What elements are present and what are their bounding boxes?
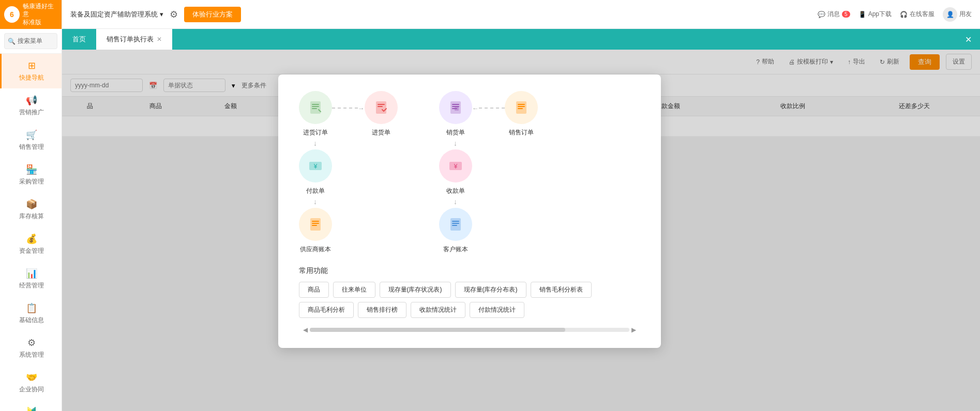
experience-btn[interactable]: 体验行业方案	[184, 7, 241, 22]
purchase-bill-icon	[365, 91, 398, 124]
sidebar-item-label: 企业协同	[19, 385, 44, 394]
function-btn-0[interactable]: 商品	[299, 282, 329, 298]
customer-ledger-label: 客户账本	[443, 245, 468, 254]
customer-ledger-node[interactable]: 客户账本	[439, 208, 472, 254]
quick-guide-panel: 进货订单 ↓ ¥	[278, 74, 661, 348]
receipt-node[interactable]: ¥ 收款单	[439, 149, 472, 195]
scroll-left-icon[interactable]: ◀	[303, 326, 308, 333]
inventory-icon: 📦	[26, 199, 37, 210]
sidebar-item-label: 基础信息	[19, 316, 44, 325]
scroll-indicator: ◀ ▶	[299, 324, 640, 336]
sidebar-item-operations[interactable]: 📊 经营管理	[0, 262, 62, 296]
sidebar-search[interactable]: 🔍 搜索菜单	[0, 29, 62, 54]
customer-ledger-icon	[439, 208, 472, 241]
online-service-btn[interactable]: 🎧 在线客服	[900, 10, 934, 19]
sidebar-item-label: 资金管理	[19, 247, 44, 255]
sidebar-item-label: 经营管理	[19, 281, 44, 290]
sidebar-item-label: 快捷导航	[19, 73, 44, 82]
main-area: 装备及固定资产辅助管理系统 ▾ ⚙ 体验行业方案 💬 消息 5 📱 App下载 …	[62, 0, 980, 411]
sales-bill-label: 销货单	[446, 128, 465, 137]
function-btn-6[interactable]: 销售排行榜	[358, 302, 406, 318]
purchase-bill-node[interactable]: 进货单	[365, 91, 398, 137]
sidebar-logo: 6 畅康通好生意 标准版	[0, 0, 62, 29]
function-btn-2[interactable]: 现存量(库存状况表)	[380, 282, 451, 298]
basic-info-icon: 📋	[26, 302, 37, 314]
tab-home[interactable]: 首页	[62, 29, 96, 50]
sidebar-item-basic-info[interactable]: 📋 基础信息	[0, 296, 62, 331]
marketing-icon: 📢	[26, 95, 37, 106]
function-btn-4[interactable]: 销售毛利分析表	[531, 282, 592, 298]
app-wrapper: 6 畅康通好生意 标准版 🔍 搜索菜单 ⊞ 快捷导航 📢 营销推广 🛒 销售管理…	[0, 0, 980, 411]
service-icon: 🎧	[900, 11, 908, 18]
supplier-ledger-node[interactable]: 供应商账本	[299, 208, 332, 254]
quick-nav-icon: ⊞	[28, 60, 36, 71]
svg-rect-0	[310, 101, 321, 114]
sales-bill-node[interactable]: 销货单	[439, 91, 472, 137]
sales-icon: 🛒	[26, 129, 37, 141]
payment-icon: ¥	[299, 149, 332, 182]
sidebar-item-sales[interactable]: 🛒 销售管理	[0, 123, 62, 158]
chevron-down-icon: ▾	[160, 10, 163, 18]
function-buttons: 商品往来单位现存量(库存状况表)现存量(库存分布表)销售毛利分析表商品毛利分析销…	[299, 282, 640, 318]
operations-icon: 📊	[26, 268, 37, 279]
sidebar-item-label: 营销推广	[19, 108, 44, 117]
payment-node[interactable]: ¥ 付款单	[299, 149, 332, 195]
sidebar-item-new-guide[interactable]: 🔰 新手引导	[0, 400, 62, 411]
quick-guide-overlay[interactable]: 进货订单 ↓ ¥	[62, 50, 980, 411]
supplier-ledger-label: 供应商账本	[300, 245, 331, 254]
tabbar: 首页 销售订单执行表 ✕ ✕	[62, 29, 980, 50]
sidebar-item-label: 系统管理	[19, 351, 44, 359]
sidebar-item-quick-nav[interactable]: ⊞ 快捷导航	[0, 54, 62, 88]
topbar: 装备及固定资产辅助管理系统 ▾ ⚙ 体验行业方案 💬 消息 5 📱 App下载 …	[62, 0, 980, 29]
tab-close-icon[interactable]: ✕	[157, 36, 162, 43]
scroll-right-icon[interactable]: ▶	[631, 326, 636, 333]
tab-sales-order-exec[interactable]: 销售订单执行表 ✕	[96, 29, 172, 50]
sidebar-item-purchase[interactable]: 🏪 采购管理	[0, 158, 62, 192]
function-btn-8[interactable]: 付款情况统计	[470, 302, 524, 318]
sales-order-node[interactable]: 销售订单	[505, 91, 538, 137]
purchase-order-node[interactable]: 进货订单	[299, 91, 332, 137]
new-guide-icon: 🔰	[26, 406, 37, 411]
function-btn-1[interactable]: 往来单位	[333, 282, 375, 298]
sidebar-item-label: 销售管理	[19, 143, 44, 151]
function-btn-7[interactable]: 收款情况统计	[411, 302, 465, 318]
search-menu-button[interactable]: 🔍 搜索菜单	[4, 33, 57, 49]
function-btn-3[interactable]: 现存量(库存分布表)	[455, 282, 526, 298]
sales-order-label: 销售订单	[509, 128, 534, 137]
sidebar-item-system[interactable]: ⚙ 系统管理	[0, 331, 62, 366]
svg-rect-9	[450, 218, 461, 231]
receipt-icon: ¥	[439, 149, 472, 182]
sales-order-icon	[505, 91, 538, 124]
payment-label: 付款单	[306, 187, 325, 195]
purchase-order-icon	[299, 91, 332, 124]
scroll-bar	[310, 328, 629, 332]
common-functions: 常用功能 商品往来单位现存量(库存状况表)现存量(库存分布表)销售毛利分析表商品…	[299, 266, 640, 318]
app-download-btn[interactable]: 📱 App下载	[858, 10, 892, 19]
sidebar-item-enterprise[interactable]: 🤝 企业协同	[0, 366, 62, 400]
svg-rect-3	[310, 218, 321, 231]
sidebar-item-marketing[interactable]: 📢 营销推广	[0, 88, 62, 123]
tab-close-all-icon[interactable]: ✕	[965, 35, 972, 44]
common-functions-title: 常用功能	[299, 266, 640, 276]
content-area: ? 帮助 🖨 按模板打印 ▾ ↑ 导出 ↻ 刷新 查询 设置	[62, 50, 980, 411]
sidebar-item-label: 库存核算	[19, 212, 44, 221]
svg-text:¥: ¥	[313, 163, 317, 170]
supplier-ledger-icon	[299, 208, 332, 241]
avatar: 👤	[943, 7, 957, 22]
function-btn-5[interactable]: 商品毛利分析	[299, 302, 354, 318]
sidebar: 6 畅康通好生意 标准版 🔍 搜索菜单 ⊞ 快捷导航 📢 营销推广 🛒 销售管理…	[0, 0, 62, 411]
sidebar-item-inventory[interactable]: 📦 库存核算	[0, 192, 62, 227]
enterprise-icon: 🤝	[26, 372, 37, 383]
sidebar-nav: ⊞ 快捷导航 📢 营销推广 🛒 销售管理 🏪 采购管理 📦 库存核算 💰 资金管…	[0, 54, 62, 411]
purchase-order-label: 进货订单	[303, 128, 328, 137]
sidebar-item-finance[interactable]: 💰 资金管理	[0, 227, 62, 262]
message-btn[interactable]: 💬 消息 5	[818, 10, 850, 19]
scroll-thumb	[310, 328, 565, 332]
download-icon: 📱	[858, 11, 866, 18]
svg-rect-4	[376, 101, 386, 114]
user-menu[interactable]: 👤 用友	[943, 7, 972, 22]
settings-icon[interactable]: ⚙	[170, 9, 178, 20]
topbar-title[interactable]: 装备及固定资产辅助管理系统 ▾	[70, 10, 163, 19]
purchase-bill-label: 进货单	[372, 128, 390, 137]
sidebar-item-label: 采购管理	[19, 177, 44, 186]
